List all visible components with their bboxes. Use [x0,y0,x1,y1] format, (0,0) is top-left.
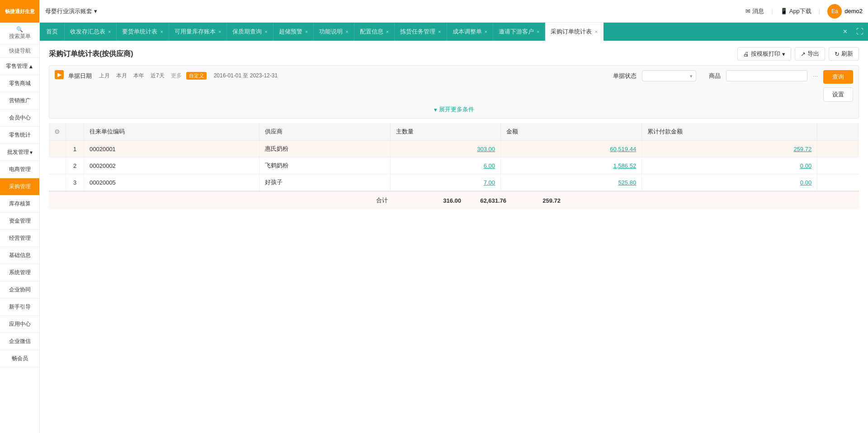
sidebar-item-marketing[interactable]: 营销推广 [0,92,39,109]
sidebar-search-label: 搜索菜单 [0,33,39,40]
tab-label: 收发存汇总表 [70,28,105,36]
sidebar-item-ecommerce[interactable]: 电商管理 [0,161,39,178]
tab-overstock[interactable]: 超储预警 × [274,23,314,41]
close-icon[interactable]: × [305,29,308,34]
app-label: App下载 [789,7,811,15]
shortcut-more[interactable]: 更多 [169,71,184,81]
close-icon[interactable]: × [438,29,441,34]
search-icon: 🔍 [0,26,39,33]
sidebar-item-guide[interactable]: 新手引导 [0,299,39,316]
sidebar-item-member2[interactable]: 畅会员 [0,350,39,367]
footer-quantity: 316.00 [443,197,461,204]
filter-toggle[interactable]: ▶ [55,70,64,79]
sidebar-item-collab[interactable]: 企业协同 [0,281,39,299]
settings-button[interactable]: 设置 [823,87,853,102]
sidebar-item-wechat[interactable]: 企业微信 [0,333,39,350]
filter-area: ▶ 单据日期 上月 本月 本年 近7天 更多 自定义 2016-01-01 至 … [49,65,859,119]
footer-label: 合计 [376,197,388,204]
sidebar-item-app-center[interactable]: 应用中心 [0,316,39,333]
tab-label: 采购订单统计表 [551,28,592,36]
status-select[interactable] [642,70,696,81]
sidebar-item-label: 经营管理 [9,235,31,241]
close-icon[interactable]: × [386,29,389,34]
tab-label: 保质期查询 [232,28,262,36]
table-row: 1 00020001 惠氏奶粉 303.00 60,519.44 259.72 [49,141,859,157]
table-container: ⚙ 往来单位编码 供应商 主数量 金额 累计付款金额 1 00020001 [49,123,859,209]
sidebar-item-label: 资金管理 [9,218,31,224]
user-menu[interactable]: Ea demo2 [827,4,863,19]
expand-more-button[interactable]: ▾ 展开更多条件 [434,105,474,114]
row-checkbox-cell [49,157,66,174]
sidebar-item-retail-stats[interactable]: 零售统计 [0,127,39,144]
filter-main-row: ▶ 单据日期 上月 本月 本年 近7天 更多 自定义 2016-01-01 至 … [55,70,853,102]
row-index: 3 [66,174,84,191]
tab-receive-summary[interactable]: 收发存汇总表 × [65,23,117,41]
tab-label: 配置信息 [360,28,383,36]
query-button[interactable]: 查询 [823,70,853,84]
logo-text: 畅捷通好生意 [5,8,35,15]
filter-left: 单据日期 上月 本月 本年 近7天 更多 自定义 2016-01-01 至 20… [68,70,818,81]
export-icon: ↗ [801,51,806,57]
tab-order-stats[interactable]: 要货单统计表 × [117,23,169,41]
tab-inventory-book[interactable]: 可用量库存账本 × [169,23,227,41]
shortcut-this-month[interactable]: 本月 [114,71,129,81]
sidebar-item-finance[interactable]: 资金管理 [0,213,39,230]
goods-more-icon[interactable]: ··· [813,72,818,79]
maximize-button[interactable]: ⛶ [852,28,868,36]
th-amount: 金额 [501,123,642,141]
shortcut-last-month[interactable]: 上月 [97,71,112,81]
sidebar-search[interactable]: 🔍 搜索菜单 [0,23,39,44]
tab-home[interactable]: 首页 [40,23,65,41]
sidebar-item-inventory[interactable]: 库存核算 [0,195,39,213]
message-label: 消息 [752,7,764,15]
sidebar-item-purchase[interactable]: 采购管理 [0,178,39,195]
row-index: 1 [66,141,84,157]
sidebar-item-member[interactable]: 会员中心 [0,109,39,127]
tab-expiry-query[interactable]: 保质期查询 × [227,23,273,41]
phone-icon: 📱 [780,8,788,14]
row-code: 00020005 [84,174,259,191]
row-quantity: 7.00 [391,174,501,191]
close-icon[interactable]: × [485,29,487,34]
export-button[interactable]: ↗ 导出 [795,47,825,61]
sidebar-item-retail-mall[interactable]: 零售商城 [0,75,39,92]
topbar: 母婴行业演示账套 ▾ ✉ 消息 | 📱 App下载 | Ea demo2 [40,0,868,23]
close-icon[interactable]: × [537,29,539,34]
message-button[interactable]: ✉ 消息 [745,7,764,15]
shortcut-this-year[interactable]: 本年 [132,71,146,81]
tab-pick-task[interactable]: 拣货任务管理 × [395,23,447,41]
refresh-button[interactable]: ↻ 刷新 [829,47,859,61]
tab-feature-desc[interactable]: 功能说明 × [314,23,354,41]
sidebar-quicknav[interactable]: 快捷导航 [0,44,39,58]
close-icon[interactable]: × [218,29,221,34]
close-icon[interactable]: × [594,29,597,34]
print-icon: 🖨 [743,51,749,57]
sidebar-item-label: 基础信息 [9,252,31,258]
sidebar-item-retail-mgmt[interactable]: 零售管理 ▲ [0,58,39,75]
close-icon[interactable]: × [345,29,348,34]
sidebar-item-system[interactable]: 系统管理 [0,264,39,281]
message-icon: ✉ [745,8,750,14]
sidebar-item-wholesale[interactable]: 批发管理 ▾ [0,144,39,161]
purchase-order-table: ⚙ 往来单位编码 供应商 主数量 金额 累计付款金额 1 00020001 [49,123,859,191]
row-code: 00020001 [84,141,259,157]
close-icon[interactable]: × [264,29,267,34]
date-range-display: 2016-01-01 至 2023-12-31 [214,72,278,80]
tab-config[interactable]: 配置信息 × [354,23,395,41]
shortcut-7days[interactable]: 近7天 [149,71,166,81]
sidebar-item-operations[interactable]: 经营管理 [0,230,39,247]
goods-filter-input[interactable] [726,70,807,81]
close-all-tabs-button[interactable]: × [839,28,852,36]
sidebar-item-base-info[interactable]: 基础信息 [0,247,39,264]
tab-purchase-order-stats[interactable]: 采购订单统计表 × [545,23,603,41]
tab-invite-downstream[interactable]: 邀请下游客户 × [493,23,545,41]
sidebar-item-label: 零售商城 [9,80,31,86]
close-icon[interactable]: × [108,29,111,34]
workspace-selector[interactable]: 母婴行业演示账套 ▾ [45,7,97,15]
app-download-button[interactable]: 📱 App下载 [780,7,811,15]
template-print-button[interactable]: 🖨 按模板打印 ▾ [737,47,791,61]
close-icon[interactable]: × [160,29,163,34]
gear-icon[interactable]: ⚙ [54,128,60,135]
tab-cost-adjust[interactable]: 成本调整单 × [447,23,493,41]
template-print-label: 按模板打印 [751,50,780,58]
